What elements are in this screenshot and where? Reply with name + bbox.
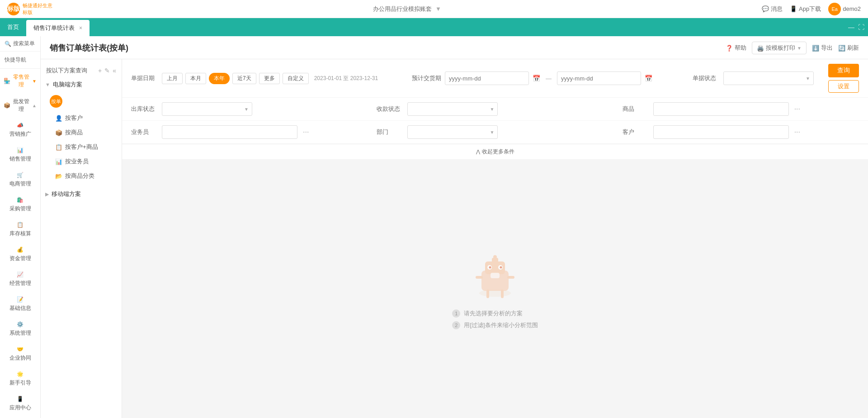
sidebar-item-retail[interactable]: 🏪 零售管理 ▼ [0,69,40,93]
inventory-icon: 📋 [17,222,24,228]
message-button[interactable]: 💬 消息 [762,5,783,13]
marketing-icon: 📣 [17,122,24,128]
date-buttons: 上月 本月 本年 近7天 更多 自定义 [162,73,309,84]
product-dots[interactable]: ··· [794,105,800,113]
tab-home[interactable]: 首页 [0,18,26,36]
appcenter-icon: 📱 [17,396,24,402]
sidebar-item-finance[interactable]: 💰 资金管理 [0,242,40,267]
system-icon: ⚙️ [17,321,24,328]
salesperson-dots[interactable]: ··· [303,128,309,136]
main-layout: 🔍 搜索菜单 快捷导航 🏪 零售管理 ▼ 📦 批发管理 ▲ 📣 营销推广 📊 销… [0,36,868,418]
status-select[interactable] [723,71,814,85]
sidebar-item-basic[interactable]: 📝 基础信息 [0,292,40,317]
tab-minimize-btn[interactable]: — [848,24,854,31]
sidebar-search-text[interactable]: 🔍 搜索菜单 [5,40,36,48]
date-btn-last-month[interactable]: 上月 [162,73,183,84]
left-panel-icons: + ✎ « [98,67,116,74]
payment-select[interactable] [407,102,498,116]
workspace-dropdown-arrow[interactable]: ▼ [435,5,441,12]
operations-icon: 📈 [17,271,24,278]
wholesale-arrow: ▲ [32,103,37,108]
date-btn-more[interactable]: 更多 [259,73,280,84]
by-salesperson-label: 按业务员 [65,157,89,166]
sidebar-item-ecommerce[interactable]: 🛒 电商管理 [0,167,40,192]
tree-section-pc: ▼ 电脑端方案 [41,77,122,92]
tree-item-by-order[interactable]: 按单 [41,92,122,111]
status-filter-group: 单据状态 ▼ [693,71,814,85]
expected-date-label: 预计交货期 [412,74,441,82]
by-product-label: 按商品 [65,128,83,137]
sidebar-quick-nav[interactable]: 快捷导航 [0,52,40,69]
enterprise-icon: 🤝 [17,346,24,352]
customer-filter-group: 客户 ··· [623,125,859,139]
avatar-text: Ea [832,6,838,12]
print-button[interactable]: 🖨️ 按模板打印 ▼ [752,42,807,54]
sidebar-item-marketing[interactable]: 📣 营销推广 [0,118,40,142]
add-scheme-icon[interactable]: + [98,67,102,74]
sidebar-item-wechat[interactable]: 💬 企业微信 [0,416,40,418]
sales-icon: 📊 [17,147,24,153]
calendar-icon-from[interactable]: 📅 [533,75,540,82]
sidebar-item-marketing-label: 营销推广 [9,130,31,138]
edit-scheme-icon[interactable]: ✎ [104,67,110,74]
refresh-button[interactable]: 🔄 刷新 [838,44,859,52]
help-button[interactable]: ❓ 帮助 [726,44,746,52]
date-btn-this-year[interactable]: 本年 [209,73,230,84]
sidebar-item-sales[interactable]: 📊 销售管理 [0,142,40,167]
shipment-select[interactable] [162,102,252,116]
query-button[interactable]: 查询 [828,64,859,77]
date-btn-custom[interactable]: 自定义 [283,73,309,84]
finance-icon: 💰 [17,247,24,253]
sidebar-item-operations[interactable]: 📈 经营管理 [0,267,40,292]
sidebar-item-system[interactable]: ⚙️ 系统管理 [0,317,40,342]
page-actions: ❓ 帮助 🖨️ 按模板打印 ▼ ⬇️ 导出 🔄 刷新 [726,42,859,54]
user-area[interactable]: Ea demo2 [828,3,861,15]
customer-input[interactable] [653,125,789,139]
tab-maximize-btn[interactable]: ⛶ [858,24,864,31]
tab-close-icon[interactable]: × [79,25,82,31]
tab-sales-report[interactable]: 销售订单统计表 × [26,20,90,36]
export-label: 导出 [821,44,833,52]
action-buttons: 查询 设置 [828,64,859,93]
salesperson-input[interactable] [162,125,297,139]
sidebar-item-purchase[interactable]: 🛍️ 采购管理 [0,192,40,217]
collapse-panel-icon[interactable]: « [113,67,116,74]
expected-date-to-input[interactable] [557,71,641,85]
sidebar-item-inventory-label: 库存核算 [9,230,31,238]
calendar-icon-to[interactable]: 📅 [645,75,652,82]
sidebar-search[interactable]: 🔍 搜索菜单 [0,36,40,52]
settings-button[interactable]: 设置 [828,80,859,93]
tree-item-by-product[interactable]: 📦 按商品 [41,125,122,140]
customer-dots[interactable]: ··· [794,128,800,136]
date-btn-this-month[interactable]: 本月 [185,73,206,84]
dept-select[interactable] [407,125,498,139]
logo-icon: 标版 [7,3,20,15]
product-input[interactable] [653,102,789,116]
tree-item-by-customer[interactable]: 👤 按客户 [41,111,122,125]
app-download-button[interactable]: 📱 App下载 [790,5,821,13]
customer-label: 客户 [623,128,650,136]
sidebar-item-wholesale[interactable]: 📦 批发管理 ▲ [0,93,40,118]
collapse-bar[interactable]: ⋀ 收起更多条件 [122,144,868,159]
tree-item-by-category[interactable]: 📂 按商品分类 [41,169,122,183]
tree-item-by-salesperson[interactable]: 📊 按业务员 [41,154,122,169]
export-button[interactable]: ⬇️ 导出 [812,44,833,52]
tree-item-by-customer-product[interactable]: 📋 按客户+商品 [41,140,122,154]
dept-select-wrap: ▼ [407,125,498,139]
sidebar-item-basic-label: 基础信息 [9,304,31,312]
main-content: 按以下方案查询 + ✎ « ▼ 电脑端方案 按单 👤 [41,59,868,418]
sidebar-item-enterprise[interactable]: 🤝 企业协同 [0,342,40,366]
sidebar-item-inventory[interactable]: 📋 库存核算 [0,217,40,242]
empty-hint-1: 1 请先选择要分析的方案 [452,309,538,318]
sidebar-item-appcenter[interactable]: 📱 应用中心 [0,391,40,416]
search-icon: 🔍 [5,41,11,47]
sidebar-nav-label[interactable]: 快捷导航 [0,53,40,66]
date-btn-last-7days[interactable]: 近7天 [232,73,256,84]
hint-text-2: 用[过滤]条件来缩小分析范围 [464,321,538,329]
status-label: 单据状态 [693,74,720,82]
payment-select-wrap: ▼ [407,102,498,116]
sidebar-item-newbie[interactable]: 🌟 新手引导 [0,366,40,391]
expected-date-from-input[interactable] [445,71,529,85]
status-select-wrap: ▼ [723,71,814,85]
search-label: 搜索菜单 [13,40,35,48]
